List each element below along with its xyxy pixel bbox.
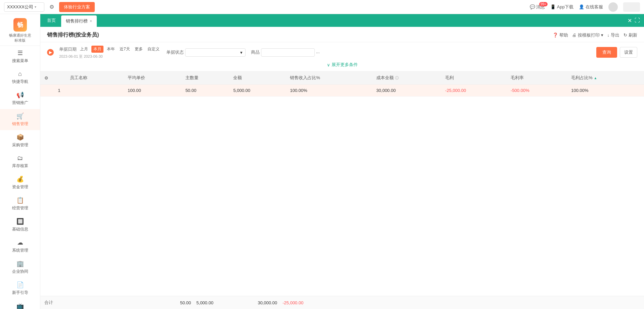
col-employee-name: 员工名称	[66, 71, 124, 85]
footer-qty: 50.00	[180, 300, 191, 305]
expand-more-conditions-button[interactable]: ∨ 展开更多条件	[327, 62, 358, 68]
chevron-down-icon: ▾	[35, 5, 36, 9]
help-button[interactable]: ❓ 帮助	[553, 32, 568, 38]
main-layout: 畅 畅康通好生意标准版 ☰ 搜索菜单 ⌂ 快捷导航 📢 营销推广 🛒 销售管理 …	[0, 14, 644, 309]
print-icon: 🖨	[572, 33, 576, 38]
export-button[interactable]: ↓ 导出	[607, 32, 620, 38]
filter-area: ▶ 单据日期 上月 本月 本年 近7天 更多 自定义 2023-06-01 至 …	[40, 42, 644, 71]
date-buttons: 单据日期 上月 本月 本年 近7天 更多 自定义	[59, 46, 161, 53]
message-button[interactable]: 💬 消息 99+	[530, 4, 545, 10]
table-header-row: ⚙ 员工名称 平均单价 主数量 全额 销售收入占比% 成本全额 ⓘ 毛利 毛利率…	[40, 71, 644, 85]
sidebar-item-corp[interactable]: 🏢 企业协同	[0, 257, 40, 278]
table-settings-button[interactable]: 设置	[620, 47, 637, 58]
sidebar-item-purchase[interactable]: 📦 采购管理	[0, 130, 40, 151]
table-area: ⚙ 员工名称 平均单价 主数量 全额 销售收入占比% 成本全额 ⓘ 毛利 毛利率…	[40, 71, 644, 296]
date-btn-this-month[interactable]: 本月	[91, 46, 103, 53]
app-download-button[interactable]: 📱 App下载	[550, 4, 573, 10]
trial-button[interactable]: 体验行业方案	[59, 2, 95, 12]
tab-label: 销售排行榜	[66, 18, 88, 24]
sidebar-item-basic[interactable]: 🔲 基础信息	[0, 214, 40, 236]
sidebar-item-label: 库存核算	[12, 163, 28, 169]
message-badge: 99+	[539, 2, 548, 6]
sidebar-item-operation[interactable]: 📋 经营管理	[0, 193, 40, 214]
date-filter-label: 单据日期	[59, 46, 77, 52]
sidebar-item-marketing[interactable]: 📢 营销推广	[0, 88, 40, 109]
username	[623, 2, 640, 12]
col-sales-pct: 销售收入占比%	[286, 71, 372, 85]
sidebar-item-system[interactable]: ☁ 系统管理	[0, 236, 40, 257]
online-service-button[interactable]: 👤 在线客服	[579, 4, 603, 10]
system-icon: ☁	[17, 239, 23, 246]
avatar[interactable]	[608, 2, 618, 12]
tab-bar-right: ✕ ⛶	[628, 17, 643, 24]
filter-row: ▶ 单据日期 上月 本月 本年 近7天 更多 自定义 2023-06-01 至 …	[47, 46, 637, 59]
page-header: 销售排行榜(按业务员) ❓ 帮助 🖨 按模板打印 ▾ ↓ 导出 ↻ 刷新	[40, 27, 644, 42]
col-qty: 主数量	[181, 71, 229, 85]
company-selector[interactable]: XXXXXX公司 ▾	[4, 2, 44, 12]
col-profit-pct: 毛利占比% ▲	[567, 71, 644, 85]
status-chevron-icon: ▾	[240, 50, 243, 55]
filter-expand-arrow-button[interactable]: ▶	[47, 49, 54, 56]
product-label: 商品	[251, 49, 260, 55]
query-button[interactable]: 查询	[596, 47, 617, 58]
col-profit-rate: 毛利率	[507, 71, 567, 85]
status-label: 单据状态	[166, 49, 184, 55]
row-sales-pct: 100.00%	[286, 85, 372, 97]
sidebar-item-sales[interactable]: 🛒 销售管理	[0, 109, 40, 130]
refresh-icon: ↻	[624, 33, 627, 38]
tab-sales-ranking[interactable]: 销售排行榜 ×	[61, 15, 97, 27]
top-bar: XXXXXX公司 ▾ ⚙ 体验行业方案 💬 消息 99+ 📱 App下载 👤 在…	[0, 0, 644, 14]
sidebar-item-finance[interactable]: 💰 资金管理	[0, 172, 40, 193]
product-filter: 商品 ···	[251, 48, 320, 57]
date-filter-group: 单据日期 上月 本月 本年 近7天 更多 自定义 2023-06-01 至 20…	[59, 46, 161, 59]
sidebar: 畅 畅康通好生意标准版 ☰ 搜索菜单 ⌂ 快捷导航 📢 营销推广 🛒 销售管理 …	[0, 14, 40, 309]
sales-icon: 🛒	[16, 112, 24, 120]
date-btn-last-month[interactable]: 上月	[79, 46, 89, 53]
home-icon: ⌂	[18, 70, 22, 78]
content-area: 首页 销售排行榜 × ✕ ⛶ 销售排行榜(按业务员) ❓ 帮助 🖨 按模板打印	[40, 14, 644, 309]
sidebar-item-appstore[interactable]: 📺 应用中心	[0, 299, 40, 309]
sidebar-item-shortcut[interactable]: ⌂ 快捷导航	[0, 67, 40, 88]
tab-home[interactable]: 首页	[42, 14, 61, 27]
row-amount: 5,000.00	[229, 85, 286, 97]
row-profit: -25,000.00	[441, 85, 507, 97]
top-bar-right: 💬 消息 99+ 📱 App下载 👤 在线客服	[530, 2, 640, 12]
col-settings[interactable]: ⚙	[40, 71, 52, 85]
sidebar-item-inventory[interactable]: 🗂 库存核算	[0, 151, 40, 172]
page-title: 销售排行榜(按业务员)	[47, 32, 99, 39]
date-range-text: 2023-06-01 至 2023-06-30	[59, 54, 161, 59]
tab-close-window-button[interactable]: ✕	[628, 17, 632, 24]
product-input[interactable]	[261, 48, 315, 57]
data-table: ⚙ 员工名称 平均单价 主数量 全额 销售收入占比% 成本全额 ⓘ 毛利 毛利率…	[40, 71, 644, 97]
logo-image: 畅	[13, 18, 27, 32]
sidebar-item-label: 销售管理	[12, 121, 28, 127]
tab-maximize-button[interactable]: ⛶	[635, 17, 640, 23]
row-settings	[40, 85, 52, 97]
message-icon: 💬	[530, 4, 535, 9]
date-btn-custom[interactable]: 自定义	[146, 46, 161, 53]
date-btn-7days[interactable]: 近7天	[118, 46, 131, 53]
export-icon: ↓	[607, 33, 610, 38]
col-cost: 成本全额 ⓘ	[372, 71, 441, 85]
settings-gear-button[interactable]: ⚙	[47, 2, 56, 12]
sidebar-item-search[interactable]: ☰ 搜索菜单	[0, 46, 40, 67]
footer-profit: -25,000.00	[283, 300, 303, 305]
status-select[interactable]: ▾	[185, 48, 246, 57]
marketing-icon: 📢	[16, 91, 24, 99]
refresh-button[interactable]: ↻ 刷新	[624, 32, 637, 38]
app-icon: 📱	[550, 4, 556, 9]
purchase-icon: 📦	[16, 134, 24, 141]
print-button[interactable]: 🖨 按模板打印 ▾	[572, 32, 603, 38]
more-options-label[interactable]: ···	[316, 50, 320, 55]
logo-text: 畅康通好生意标准版	[9, 33, 31, 43]
row-avg-price: 100.00	[124, 85, 181, 97]
table-footer: 合计 50.00 5,000.00 30,000.00 -25,000.00	[40, 296, 644, 309]
sidebar-item-guide[interactable]: 📄 新手引导	[0, 278, 40, 299]
date-btn-more[interactable]: 更多	[133, 46, 144, 53]
sidebar-item-label: 企业协同	[12, 269, 28, 274]
footer-amount: 5,000.00	[197, 300, 214, 305]
footer-label: 合计	[44, 300, 85, 306]
date-btn-this-year[interactable]: 本年	[105, 46, 116, 53]
page-actions: ❓ 帮助 🖨 按模板打印 ▾ ↓ 导出 ↻ 刷新	[553, 32, 638, 38]
tab-close-icon[interactable]: ×	[90, 19, 92, 23]
